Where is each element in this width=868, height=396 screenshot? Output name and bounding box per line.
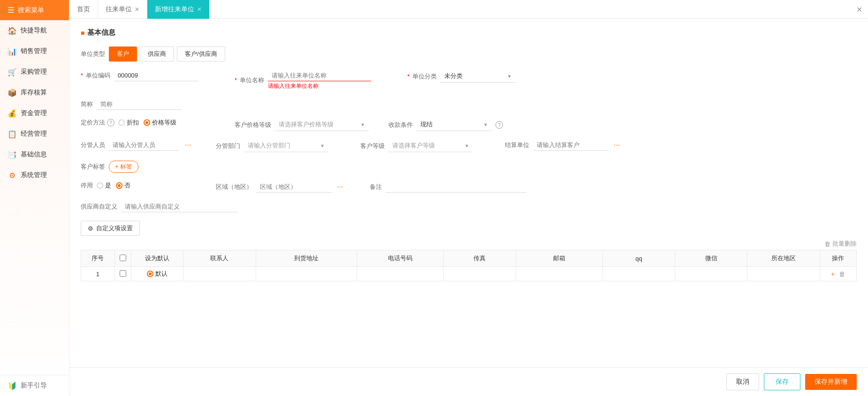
- customer-price-level-select[interactable]: 请选择客户价格等级 ▼: [275, 118, 369, 131]
- unit-category-item: * 单位分类 未分类 ▼: [407, 70, 516, 83]
- address-input[interactable]: [278, 271, 335, 278]
- sidebar-item-purchase[interactable]: 🛒 采购管理: [0, 62, 69, 82]
- sidebar-item-label: 系统管理: [21, 171, 47, 179]
- tabbar: 首页 往来单位 ✕ 新增往来单位 ✕ ✕: [69, 0, 868, 19]
- pricing-radio-group: 折扣 价格等级: [118, 118, 176, 127]
- unit-name-input[interactable]: [268, 70, 371, 81]
- sidebar-item-basic[interactable]: 📑 基础信息: [0, 144, 69, 165]
- cancel-button[interactable]: 取消: [726, 373, 759, 390]
- btn-supplier[interactable]: 供应商: [140, 47, 174, 62]
- disabled-label: 停用: [81, 181, 93, 190]
- customer-level-select[interactable]: 请选择客户等级 ▼: [388, 140, 473, 152]
- cell-qq[interactable]: [602, 267, 675, 281]
- cell-region[interactable]: [747, 267, 820, 281]
- unit-category-select[interactable]: 未分类 ▼: [441, 70, 516, 83]
- save-button[interactable]: 保存: [764, 373, 800, 390]
- btn-customer[interactable]: 客户: [109, 47, 137, 62]
- tab-home[interactable]: 首页: [69, 0, 98, 19]
- delete-icon: 🗑: [824, 241, 830, 248]
- search-menu[interactable]: ☰ 搜索菜单: [0, 0, 69, 20]
- fax-input[interactable]: [461, 271, 498, 278]
- col-qq: qq: [602, 250, 675, 267]
- sidebar-item-inventory[interactable]: 📦 库存核算: [0, 82, 69, 103]
- sidebar-item-system[interactable]: ⚙ 系统管理: [0, 165, 69, 186]
- tab-partners[interactable]: 往来单位 ✕: [98, 0, 147, 19]
- close-tab-new-partner[interactable]: ✕: [197, 6, 202, 13]
- delete-row-btn[interactable]: 🗑: [839, 271, 845, 278]
- sidebar-item-quick-nav[interactable]: 🏠 快捷导航: [0, 20, 69, 41]
- select-all-checkbox[interactable]: [120, 255, 126, 261]
- short-name-row: 简称: [81, 99, 857, 110]
- cell-wechat[interactable]: [675, 267, 747, 281]
- btn-both[interactable]: 客户/供应商: [177, 47, 225, 62]
- settlement-unit-more-btn[interactable]: ···: [612, 141, 622, 149]
- radio-circle-yes: [97, 182, 103, 189]
- chevron-down-icon: ▼: [464, 143, 469, 148]
- row-checkbox[interactable]: [120, 270, 126, 277]
- supplier-custom-row: 供应商自定义: [81, 201, 857, 212]
- phone-input[interactable]: [377, 271, 424, 278]
- cell-address[interactable]: [256, 267, 357, 281]
- region-more-btn[interactable]: ···: [335, 183, 345, 191]
- col-check[interactable]: [114, 250, 131, 267]
- contact-input[interactable]: [201, 271, 238, 278]
- payment-terms-select[interactable]: 现结 ▼: [417, 118, 492, 131]
- close-tab-partners[interactable]: ✕: [135, 6, 139, 13]
- sidebar-item-label: 库存核算: [21, 88, 47, 97]
- disabled-radio-group: 是 否: [97, 181, 130, 190]
- supplier-custom-input[interactable]: [121, 201, 238, 212]
- manager-input[interactable]: [109, 140, 179, 151]
- col-region: 所在地区: [747, 250, 820, 267]
- help-icon[interactable]: ?: [107, 119, 114, 126]
- radio-price-level[interactable]: 价格等级: [144, 118, 176, 127]
- col-wechat: 微信: [675, 250, 747, 267]
- sidebar-item-sales[interactable]: 📊 销售管理: [0, 41, 69, 62]
- sidebar-item-guide[interactable]: 🔰 新手引导: [0, 375, 69, 396]
- cell-fax[interactable]: [443, 267, 516, 281]
- settlement-unit-input[interactable]: [533, 140, 608, 151]
- customer-level-placeholder: 请选择客户等级: [392, 141, 435, 150]
- chevron-down-icon: ▼: [483, 122, 488, 127]
- department-select[interactable]: 请输入分管部门 ▼: [244, 140, 328, 152]
- unit-category-label: * 单位分类: [407, 72, 437, 81]
- batch-delete-label: 批量删除: [832, 240, 857, 248]
- save-new-button[interactable]: 保存并新增: [805, 374, 857, 390]
- remarks-input[interactable]: [386, 181, 526, 193]
- default-label: 默认: [155, 270, 168, 278]
- tags-label: 客户标签: [81, 163, 105, 171]
- batch-delete-button[interactable]: 🗑 批量删除: [824, 240, 857, 248]
- default-radio[interactable]: 默认: [136, 270, 179, 278]
- unit-type-row: 单位类型 客户 供应商 客户/供应商: [81, 47, 857, 62]
- chevron-down-icon: ▼: [320, 143, 325, 148]
- department-placeholder: 请输入分管部门: [248, 141, 290, 150]
- main-content: 首页 往来单位 ✕ 新增往来单位 ✕ ✕ ■ 基本信息 单位类型 客户 供应商 …: [69, 0, 868, 396]
- cell-contact[interactable]: [183, 267, 256, 281]
- remarks-item: 备注: [370, 181, 526, 193]
- add-row-btn[interactable]: +: [831, 271, 835, 278]
- sidebar-item-finance[interactable]: 💰 资金管理: [0, 103, 69, 124]
- add-tag-button[interactable]: + 标签: [109, 161, 138, 173]
- cell-phone[interactable]: [357, 267, 443, 281]
- search-label: 搜索菜单: [18, 6, 44, 15]
- qq-input[interactable]: [620, 271, 658, 278]
- cell-email[interactable]: [516, 267, 603, 281]
- email-input[interactable]: [536, 271, 583, 278]
- radio-discount[interactable]: 折扣: [118, 118, 139, 127]
- custom-settings-button[interactable]: ⚙ 自定义项设置: [81, 221, 140, 236]
- payment-terms-help-icon[interactable]: ?: [495, 121, 503, 129]
- region-input[interactable]: [256, 181, 331, 193]
- tab-new-partner[interactable]: 新增往来单位 ✕: [147, 0, 210, 19]
- cell-default[interactable]: 默认: [131, 267, 183, 281]
- unit-category-value: 未分类: [444, 72, 463, 80]
- close-all-tabs[interactable]: ✕: [856, 5, 862, 14]
- sidebar-item-operations[interactable]: 📋 经营管理: [0, 124, 69, 144]
- wechat-input[interactable]: [693, 271, 730, 278]
- radio-yes[interactable]: 是: [97, 181, 111, 190]
- region-cell-input[interactable]: [765, 271, 802, 278]
- department-label: 分管部门: [216, 142, 240, 150]
- cell-check[interactable]: [114, 267, 131, 281]
- manager-more-btn[interactable]: ···: [183, 141, 193, 149]
- short-name-input[interactable]: [97, 99, 181, 110]
- radio-no[interactable]: 否: [116, 181, 130, 190]
- unit-code-input[interactable]: [114, 70, 198, 81]
